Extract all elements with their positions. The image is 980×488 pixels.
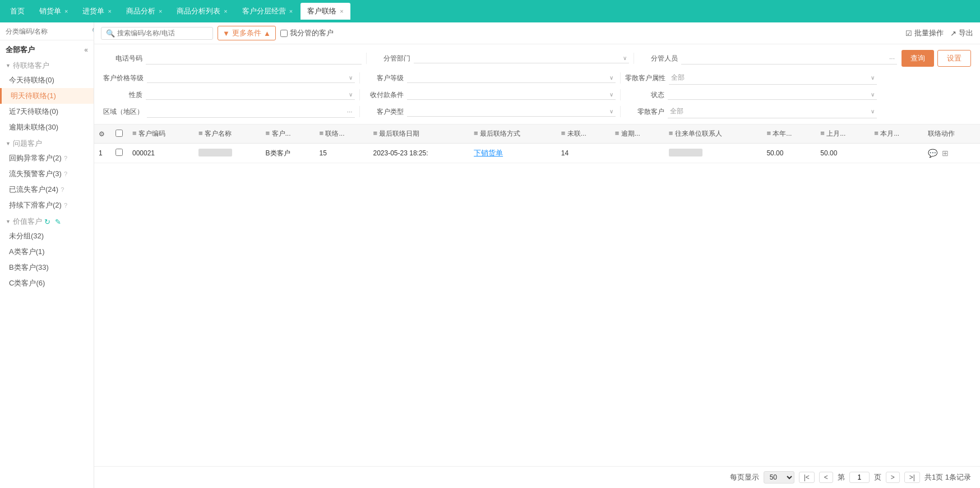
filter-price-level-select[interactable]: ∨	[147, 73, 355, 83]
prev-page-btn[interactable]: <	[819, 472, 833, 483]
more-conditions-btn[interactable]: ▼ 更多条件 ▲	[218, 26, 276, 40]
all-customers-title: 全部客户 «	[0, 40, 94, 57]
cell-checkbox[interactable]	[111, 144, 128, 163]
sidebar: 🔍 全部客户 « ▼待联络客户今天待联络(0)明天待联络(1)近7天待联络(0)…	[0, 22, 94, 488]
filter-dept-select[interactable]: ∨	[414, 53, 630, 63]
help-icon: ?	[64, 202, 67, 209]
first-page-btn[interactable]: |<	[799, 472, 815, 483]
filter-cust-level-select[interactable]: ∨	[407, 73, 616, 83]
set-button[interactable]: 设置	[937, 50, 971, 67]
my-customers-label: 我分管的客户	[290, 28, 334, 38]
chevron-down-icon-5: ∨	[349, 91, 353, 98]
cell-last-method[interactable]: 下销货单	[469, 144, 557, 163]
cell-contacts: 15	[315, 144, 369, 163]
sidebar-item-流失预警客户(3)[interactable]: 流失预警客户(3) ?	[0, 166, 94, 182]
tab-close-icon[interactable]: ×	[340, 8, 343, 15]
help-icon: ?	[61, 186, 64, 193]
page-number-input[interactable]	[849, 472, 870, 483]
batch-operation-btn[interactable]: ☑ 批量操作	[905, 28, 944, 38]
filter-person-select[interactable]: ···	[681, 53, 897, 65]
sidebar-item-A类客户(1)[interactable]: A类客户(1)	[0, 244, 94, 260]
action-chat-icon[interactable]: 💬	[928, 149, 937, 158]
nav-tab-销货单[interactable]: 销货单×	[33, 3, 75, 20]
cell-name	[194, 144, 261, 163]
nav-tab-商品分析[interactable]: 商品分析×	[119, 3, 169, 20]
filter-phone-label: 电话号码	[103, 54, 142, 63]
group-title-label: 待联络客户	[13, 61, 49, 71]
filter-payment-select[interactable]: ∨	[407, 90, 616, 100]
main-layout: 🔍 全部客户 « ▼待联络客户今天待联络(0)明天待联络(1)近7天待联络(0)…	[0, 22, 980, 488]
sidebar-item-逾期未联络(30)[interactable]: 逾期未联络(30)	[0, 119, 94, 135]
filter-price-level: 客户价格等级 ∨	[103, 73, 355, 83]
action-grid-icon[interactable]: ⊞	[942, 149, 949, 158]
nav-tab-客户联络[interactable]: 客户联络×	[301, 3, 350, 20]
filter-cust-type-select[interactable]: ∨	[407, 107, 616, 117]
filter-nature-select[interactable]: ∨	[146, 90, 355, 100]
tab-close-icon[interactable]: ×	[108, 8, 111, 15]
sidebar-group-待联络客户[interactable]: ▼待联络客户	[0, 57, 94, 72]
sidebar-item-label: 近7天待联络(0)	[9, 107, 58, 117]
filter-retail-attr: 零散客户属性 全部 ∨	[625, 71, 877, 85]
tab-close-icon[interactable]: ×	[64, 8, 68, 15]
filter-status-select[interactable]: ∨	[668, 90, 877, 100]
filter-buttons: 查询 设置	[902, 50, 971, 67]
sidebar-collapse-icon[interactable]: «	[84, 46, 88, 54]
export-btn[interactable]: ↗ 导出	[950, 28, 973, 38]
next-page-btn[interactable]: >	[886, 472, 900, 483]
nav-tab-商品分析列表[interactable]: 商品分析列表×	[170, 3, 234, 20]
col-name: ≡ 客户名称	[194, 125, 261, 144]
sidebar-item-label: 流失预警客户(3)	[9, 169, 62, 179]
sidebar-item-明天待联络(1)[interactable]: 明天待联络(1)	[0, 88, 94, 104]
row-checkbox[interactable]	[115, 149, 123, 156]
filter-region-select[interactable]: ···	[147, 106, 355, 118]
sidebar-item-label: 持续下滑客户(2)	[9, 200, 62, 210]
toolbar-search-input[interactable]	[117, 29, 207, 37]
sidebar-item-已流失客户(24)[interactable]: 已流失客户(24) ?	[0, 182, 94, 197]
sidebar-item-持续下滑客户(2)[interactable]: 持续下滑客户(2) ?	[0, 197, 94, 213]
my-customers-checkbox-label[interactable]: 我分管的客户	[280, 28, 334, 38]
edit-icon[interactable]: ✎	[55, 218, 61, 226]
nav-home[interactable]: 首页	[4, 3, 30, 20]
last-method-link[interactable]: 下销货单	[474, 149, 503, 157]
search-box[interactable]: 🔍	[101, 27, 213, 40]
cell-last-date: 2023-05-23 18:25:	[368, 144, 469, 163]
tab-close-icon[interactable]: ×	[159, 8, 162, 15]
filter-icon: ▼	[223, 29, 230, 38]
cell-action: 💬 ⊞	[923, 144, 980, 163]
refresh-icon[interactable]: ↻	[44, 218, 50, 226]
select-all-checkbox[interactable]	[115, 130, 123, 137]
sidebar-item-回购异常客户(2)[interactable]: 回购异常客户(2) ?	[0, 150, 94, 166]
sidebar-item-C类客户(6)[interactable]: C类客户(6)	[0, 275, 94, 291]
tab-close-icon[interactable]: ×	[289, 8, 293, 15]
col-this-year: ≡ 本年...	[762, 125, 816, 144]
filter-cust-type-label: 客户类型	[364, 107, 404, 117]
col-settings[interactable]: ⚙	[94, 125, 111, 144]
my-customers-checkbox[interactable]	[280, 30, 288, 37]
sidebar-item-B类客户(33)[interactable]: B类客户(33)	[0, 260, 94, 275]
nav-tab-进货单[interactable]: 进货单×	[76, 3, 118, 20]
nav-tab-客户分层经营[interactable]: 客户分层经营×	[235, 3, 299, 20]
filter-retail-select[interactable]: 全部 ∨	[668, 105, 877, 118]
filter-region-label: 区域（地区）	[103, 107, 144, 117]
tab-close-icon[interactable]: ×	[224, 8, 227, 15]
sidebar-item-近7天待联络(0)[interactable]: 近7天待联络(0)	[0, 104, 94, 119]
query-button[interactable]: 查询	[902, 50, 934, 67]
page-size-select[interactable]: 50 100 200	[764, 471, 794, 484]
sidebar-search-input[interactable]	[6, 27, 90, 35]
all-customers-label[interactable]: 全部客户	[6, 45, 35, 55]
filter-retail-attr-select[interactable]: 全部 ∨	[669, 71, 877, 85]
filter-phone-input[interactable]	[146, 53, 362, 65]
cell-this-month	[870, 144, 923, 163]
filter-row-1: 电话号码 分管部门 ∨ 分管人员 ···	[103, 50, 971, 67]
sidebar-group-价值客户[interactable]: ▼价值客户 ↻✎	[0, 213, 94, 228]
group-triangle: ▼	[6, 219, 11, 224]
export-label: 导出	[959, 28, 973, 38]
top-nav: 首页 销货单×进货单×商品分析×商品分析列表×客户分层经营×客户联络×	[0, 0, 980, 22]
help-icon: ?	[64, 155, 67, 162]
col-checkbox[interactable]	[111, 125, 128, 144]
sidebar-item-未分组(32)[interactable]: 未分组(32)	[0, 228, 94, 244]
chevron-down-icon-8: ∨	[609, 108, 613, 114]
last-page-btn[interactable]: >|	[904, 472, 920, 483]
sidebar-group-问题客户[interactable]: ▼问题客户	[0, 135, 94, 150]
sidebar-item-今天待联络(0)[interactable]: 今天待联络(0)	[0, 72, 94, 88]
